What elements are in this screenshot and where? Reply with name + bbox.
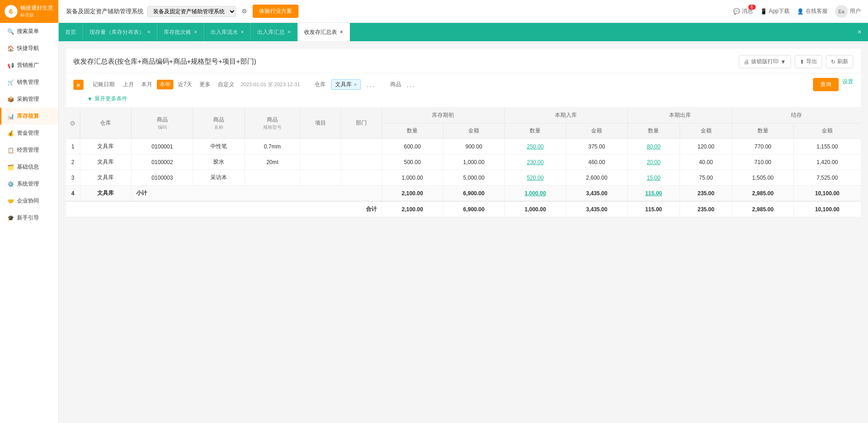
date-label: 记账日期 bbox=[93, 81, 115, 88]
sidebar-item-sales[interactable]: 🛒销售管理 bbox=[0, 74, 58, 91]
system-select[interactable]: 装备及固定资产辅助管理系统 bbox=[147, 6, 236, 17]
goods-label: 商品 bbox=[390, 81, 401, 88]
print-button[interactable]: 🖨 拔锁版打印 ▼ bbox=[739, 55, 791, 68]
cell-out-qty[interactable]: 80.00 bbox=[627, 139, 680, 154]
user-menu[interactable]: Ea 用户 bbox=[835, 5, 861, 18]
sidebar-item-inventory[interactable]: 📊库存核算 bbox=[0, 108, 58, 125]
date-shortcut-more[interactable]: 更多 bbox=[197, 80, 213, 89]
total-open-amt: 6,900.00 bbox=[443, 201, 504, 217]
tab-inventory_dist[interactable]: 现存量（库存分布表）× bbox=[83, 23, 157, 41]
goods-more-dots[interactable]: ... bbox=[407, 81, 415, 89]
sidebar-item-finance[interactable]: 💰资金管理 bbox=[0, 125, 58, 142]
sidebar-label-marketing: 营销推广 bbox=[17, 61, 39, 69]
tab-label-home: 首页 bbox=[65, 28, 76, 36]
cell-in-qty[interactable]: 520.00 bbox=[504, 170, 566, 186]
in-qty-link[interactable]: 250.00 bbox=[527, 143, 544, 150]
expand-icon: ▼ bbox=[87, 96, 93, 102]
tab-bar-close-all[interactable]: × bbox=[851, 23, 868, 41]
sidebar-nav: 🔍搜索菜单🏠快捷导航📢营销推广🛒销售管理📦采购管理📊库存核算💰资金管理📋经营管理… bbox=[0, 23, 58, 423]
tab-close-receive_summary[interactable]: × bbox=[340, 29, 343, 35]
total-bal-amt: 10,100.00 bbox=[794, 201, 861, 217]
cell-warehouse: 文具库 bbox=[80, 154, 132, 170]
cell-name: 采访本 bbox=[193, 170, 245, 186]
warehouse-tag: 文具库 × bbox=[331, 79, 361, 90]
cell-open-qty: 1,000.00 bbox=[381, 170, 443, 186]
in-qty-link[interactable]: 230.00 bbox=[527, 159, 544, 165]
notification-icon: 💬 bbox=[733, 8, 740, 15]
sidebar-item-quick_nav[interactable]: 🏠快捷导航 bbox=[0, 40, 58, 57]
query-button[interactable]: 查询 bbox=[813, 78, 839, 91]
cell-warehouse: 文具库 bbox=[80, 139, 132, 154]
sidebar-icon-inventory: 📊 bbox=[7, 113, 14, 120]
sidebar-item-purchase[interactable]: 📦采购管理 bbox=[0, 91, 58, 108]
cell-spec: 20ml bbox=[245, 154, 300, 170]
sidebar-item-base_info[interactable]: 🗂️基础信息 bbox=[0, 159, 58, 176]
online-service-button[interactable]: 👤 在线客服 bbox=[797, 7, 828, 15]
tab-close-inout_summary[interactable]: × bbox=[287, 29, 291, 35]
header-right: 💬 消息 6 📱 App下载 👤 在线客服 Ea 用户 bbox=[733, 5, 861, 18]
notification-button[interactable]: 💬 消息 6 bbox=[733, 7, 753, 15]
date-shortcut-custom[interactable]: 自定义 bbox=[215, 80, 237, 89]
sidebar-item-operations[interactable]: 📋经营管理 bbox=[0, 142, 58, 159]
sub-in-qty-link[interactable]: 1,000.00 bbox=[525, 190, 546, 197]
th-balance: 结存 bbox=[732, 108, 861, 123]
cell-out-qty[interactable]: 15.00 bbox=[627, 170, 680, 186]
export-label: 导出 bbox=[806, 58, 817, 66]
cell-project bbox=[300, 170, 341, 186]
out-qty-link[interactable]: 80.00 bbox=[647, 143, 660, 150]
try-industry-button[interactable]: 体验行业方案 bbox=[253, 5, 299, 18]
export-button[interactable]: ⬆ 导出 bbox=[795, 55, 822, 68]
th-bal-qty: 数量 bbox=[732, 123, 794, 139]
warehouse-more-dots[interactable]: ... bbox=[366, 81, 375, 89]
refresh-button[interactable]: ↻ 刷新 bbox=[826, 55, 853, 68]
sub-out-qty-link[interactable]: 115.00 bbox=[645, 190, 662, 197]
expand-more-button[interactable]: ▼ 展开更多条件 bbox=[87, 95, 127, 103]
table-row: 2 文具库 0100002 胶水 20ml 500.00 1,000.00 23… bbox=[66, 154, 861, 170]
tab-receive_summary[interactable]: 收发存汇总表× bbox=[298, 23, 350, 41]
sidebar-item-system[interactable]: ⚙️系统管理 bbox=[0, 176, 58, 192]
page-card: 收发存汇总表(按仓库+商品编码+商品+规格型号+项目+部门) 🖨 拔锁版打印 ▼… bbox=[66, 49, 861, 217]
sub-in-qty: 1,000.00 bbox=[504, 186, 566, 202]
out-qty-link[interactable]: 15.00 bbox=[647, 175, 660, 181]
settings-link[interactable]: 设置 bbox=[842, 78, 853, 91]
app-download-button[interactable]: 📱 App下载 bbox=[760, 7, 790, 15]
in-qty-link[interactable]: 520.00 bbox=[527, 175, 544, 181]
sidebar-item-marketing[interactable]: 📢营销推广 bbox=[0, 57, 58, 74]
cell-out-qty[interactable]: 20.00 bbox=[627, 154, 680, 170]
sidebar-item-search[interactable]: 🔍搜索菜单 bbox=[0, 23, 58, 40]
tab-batch_accounts[interactable]: 库存批次账× bbox=[157, 23, 204, 41]
tab-close-batch_accounts[interactable]: × bbox=[194, 29, 197, 35]
filter-toggle-icon[interactable]: » bbox=[73, 80, 83, 90]
refresh-icon: ↻ bbox=[831, 59, 835, 65]
filter-row-expand: ▼ 展开更多条件 bbox=[73, 95, 853, 103]
sidebar-icon-base_info: 🗂️ bbox=[7, 164, 14, 171]
date-shortcut-last-month[interactable]: 上月 bbox=[120, 80, 137, 89]
date-shortcut-this-month[interactable]: 本月 bbox=[138, 80, 155, 89]
tab-close-inventory_dist[interactable]: × bbox=[147, 29, 150, 35]
total-label: 合计 bbox=[66, 201, 381, 217]
cell-in-qty[interactable]: 250.00 bbox=[504, 139, 566, 154]
out-qty-link[interactable]: 20.00 bbox=[647, 159, 660, 165]
tab-home[interactable]: 首页 bbox=[59, 23, 83, 41]
date-shortcut-this-year[interactable]: 本年 bbox=[157, 80, 173, 89]
cell-dept bbox=[341, 154, 381, 170]
logo-subtitle: 标准版 bbox=[20, 12, 53, 18]
page-title: 收发存汇总表(按仓库+商品编码+商品+规格型号+项目+部门) bbox=[73, 57, 256, 66]
th-dept: 部门 bbox=[341, 108, 381, 139]
sidebar-item-guide[interactable]: 🎓新手引导 bbox=[0, 209, 58, 226]
user-label: 用户 bbox=[850, 7, 861, 15]
tab-inout_summary[interactable]: 出入库汇总× bbox=[251, 23, 298, 41]
tab-inout_flow[interactable]: 出入库流水× bbox=[204, 23, 251, 41]
sidebar-icon-finance: 💰 bbox=[7, 130, 14, 137]
th-in: 本期入库 bbox=[504, 108, 627, 123]
header-settings-button[interactable]: ⚙ bbox=[240, 6, 249, 16]
warehouse-tag-close[interactable]: × bbox=[354, 82, 357, 88]
system-title: 装备及固定资产辅助管理系统 bbox=[66, 7, 144, 16]
date-shortcut-7days[interactable]: 近7天 bbox=[175, 80, 195, 89]
cell-spec: 0.7mm bbox=[245, 139, 300, 154]
download-label: App下载 bbox=[769, 7, 790, 15]
sidebar-item-enterprise[interactable]: 🤝企业协同 bbox=[0, 192, 58, 209]
cell-in-qty[interactable]: 230.00 bbox=[504, 154, 566, 170]
table-settings-icon[interactable]: ⚙ bbox=[70, 120, 76, 127]
tab-close-inout_flow[interactable]: × bbox=[241, 29, 244, 35]
